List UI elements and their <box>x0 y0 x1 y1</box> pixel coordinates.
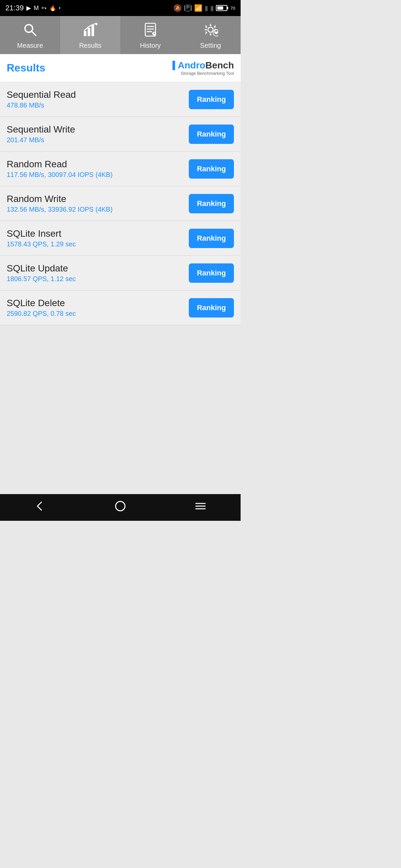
tab-results[interactable]: Results <box>60 16 120 54</box>
result-name-sqlite-insert: SQLite Insert <box>7 228 189 239</box>
tab-setting[interactable]: Setting <box>180 16 240 54</box>
setting-icon <box>203 22 218 40</box>
svg-rect-2 <box>84 31 87 36</box>
tab-measure-label: Measure <box>17 42 43 50</box>
battery-icon <box>216 5 227 11</box>
ranking-btn-sqlite-update[interactable]: Ranking <box>189 264 234 283</box>
youtube-icon: ▶ <box>26 4 31 12</box>
svg-point-16 <box>116 501 125 511</box>
ranking-btn-sqlite-insert[interactable]: Ranking <box>189 229 234 248</box>
brand-logo-row: AndroBench <box>172 60 234 71</box>
home-button[interactable] <box>101 497 140 518</box>
result-info-random-write: Random Write 132.56 MB/s, 33936.92 IOPS … <box>7 194 189 213</box>
result-value-random-read: 117.56 MB/s, 30097.04 IOPS (4KB) <box>7 171 189 179</box>
result-item-sequential-read: Sequential Read 478.86 MB/s Ranking <box>0 82 240 117</box>
key-icon: 🗝 <box>41 5 47 11</box>
result-value-sqlite-delete: 2590.82 QPS, 0.78 sec <box>7 310 189 317</box>
result-value-sequential-read: 478.86 MB/s <box>7 101 189 109</box>
result-item-sequential-write: Sequential Write 201.47 MB/s Ranking <box>0 117 240 152</box>
signal-icon2: ▮ <box>210 4 214 12</box>
result-info-random-read: Random Read 117.56 MB/s, 30097.04 IOPS (… <box>7 159 189 179</box>
result-item-random-read: Random Read 117.56 MB/s, 30097.04 IOPS (… <box>0 152 240 186</box>
result-value-random-write: 132.56 MB/s, 33936.92 IOPS (4KB) <box>7 206 189 213</box>
result-item-random-write: Random Write 132.56 MB/s, 33936.92 IOPS … <box>0 186 240 221</box>
result-info-sqlite-delete: SQLite Delete 2590.82 QPS, 0.78 sec <box>7 298 189 317</box>
svg-point-13 <box>208 27 213 32</box>
result-name-sqlite-update: SQLite Update <box>7 263 189 274</box>
result-list: Sequential Read 478.86 MB/s Ranking Sequ… <box>0 82 240 494</box>
brand-logo: AndroBench Storage Benchmarking Tool <box>172 60 234 76</box>
tab-history-label: History <box>140 42 161 50</box>
ranking-btn-sequential-read[interactable]: Ranking <box>189 90 234 109</box>
result-info-sequential-read: Sequential Read 478.86 MB/s <box>7 90 189 109</box>
result-value-sqlite-insert: 1578.43 QPS, 1.29 sec <box>7 240 189 248</box>
result-name-random-read: Random Read <box>7 159 189 169</box>
mute-icon: 🔕 <box>173 4 182 12</box>
result-name-random-write: Random Write <box>7 194 189 204</box>
brand-name: AndroBench <box>178 60 234 71</box>
measure-icon <box>22 22 38 40</box>
ranking-btn-random-read[interactable]: Ranking <box>189 159 234 179</box>
result-name-sqlite-delete: SQLite Delete <box>7 298 189 308</box>
status-icons-right: 🔕 📳 📶 ▮ ▮ 70 <box>173 4 235 12</box>
dot-icon: • <box>59 5 60 11</box>
tab-results-label: Results <box>79 42 102 50</box>
result-info-sequential-write: Sequential Write 201.47 MB/s <box>7 124 189 144</box>
brand-name-part2: Bench <box>205 60 234 70</box>
results-header: Results AndroBench Storage Benchmarking … <box>0 54 240 82</box>
vibrate-icon: 📳 <box>184 4 192 12</box>
svg-line-1 <box>32 31 36 35</box>
back-button[interactable] <box>21 497 59 518</box>
brand-subtitle: Storage Benchmarking Tool <box>181 71 234 76</box>
empty-space <box>0 325 240 425</box>
wifi-icon: 📶 <box>194 4 202 12</box>
nav-tabs: Measure Results History <box>0 16 240 54</box>
page-title: Results <box>7 62 46 74</box>
fire-icon: 🔥 <box>50 5 56 11</box>
signal-icon1: ▮ <box>204 4 208 12</box>
svg-point-15 <box>215 32 218 34</box>
battery-fill <box>217 6 223 10</box>
result-value-sequential-write: 201.47 MB/s <box>7 136 189 144</box>
svg-rect-3 <box>88 28 90 36</box>
history-icon <box>143 22 158 40</box>
ranking-btn-sequential-write[interactable]: Ranking <box>189 125 234 144</box>
time-display: 21:39 <box>5 4 24 12</box>
result-item-sqlite-update: SQLite Update 1806.57 QPS, 1.12 sec Rank… <box>0 256 240 290</box>
ranking-btn-sqlite-delete[interactable]: Ranking <box>189 298 234 317</box>
results-icon <box>83 22 98 40</box>
menu-button[interactable] <box>181 497 220 518</box>
status-time: 21:39 ▶ M 🗝 🔥 • <box>5 4 60 12</box>
result-item-sqlite-delete: SQLite Delete 2590.82 QPS, 0.78 sec Rank… <box>0 290 240 325</box>
result-name-sequential-write: Sequential Write <box>7 124 189 135</box>
gmail-icon: M <box>34 5 39 12</box>
brand-bar-decoration <box>172 61 175 70</box>
brand-name-part1: Andro <box>178 60 205 70</box>
ranking-btn-random-write[interactable]: Ranking <box>189 194 234 213</box>
bottom-nav <box>0 494 240 521</box>
battery-level: 70 <box>231 6 235 11</box>
tab-measure[interactable]: Measure <box>0 16 60 54</box>
result-item-sqlite-insert: SQLite Insert 1578.43 QPS, 1.29 sec Rank… <box>0 221 240 256</box>
result-info-sqlite-update: SQLite Update 1806.57 QPS, 1.12 sec <box>7 263 189 283</box>
result-name-sequential-read: Sequential Read <box>7 90 189 100</box>
result-info-sqlite-insert: SQLite Insert 1578.43 QPS, 1.29 sec <box>7 228 189 248</box>
tab-history[interactable]: History <box>120 16 180 54</box>
status-bar: 21:39 ▶ M 🗝 🔥 • 🔕 📳 📶 ▮ ▮ 70 <box>0 0 240 16</box>
svg-rect-4 <box>91 25 94 36</box>
tab-setting-label: Setting <box>200 42 221 50</box>
result-value-sqlite-update: 1806.57 QPS, 1.12 sec <box>7 275 189 283</box>
